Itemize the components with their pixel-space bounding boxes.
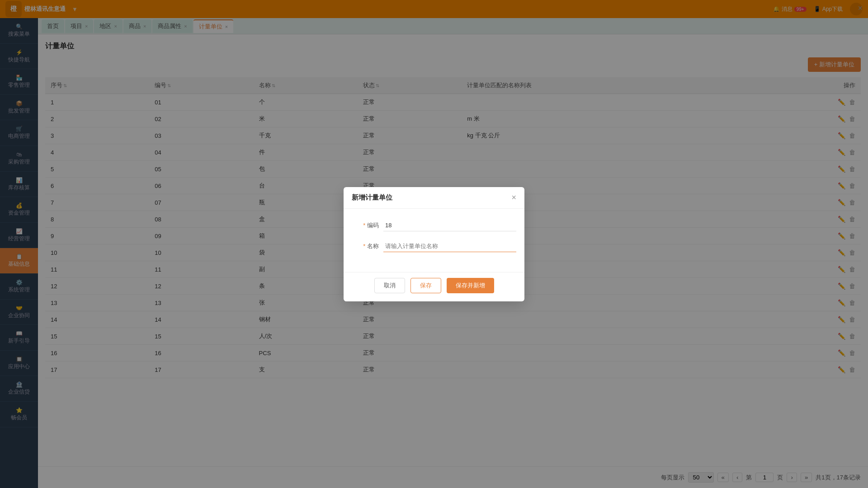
modal-close-btn[interactable]: ×	[511, 193, 516, 202]
modal-add-measure-unit: 新增计量单位 × * 编码 * 名称 取消 保存 保存并新增	[344, 187, 524, 301]
form-label-name: * 名称	[352, 242, 379, 250]
required-mark: *	[363, 222, 365, 229]
save-button[interactable]: 保存	[410, 278, 441, 293]
modal-body: * 编码 * 名称	[344, 209, 524, 272]
form-label-code: * 编码	[352, 221, 379, 230]
modal-header: 新增计量单位 ×	[344, 187, 524, 209]
modal-overlay: 新增计量单位 × * 编码 * 名称 取消 保存 保存并新增	[0, 0, 868, 488]
form-row-name: * 名称	[352, 240, 516, 252]
modal-footer: 取消 保存 保存并新增	[344, 272, 524, 301]
form-row-code: * 编码	[352, 220, 516, 231]
cancel-button[interactable]: 取消	[374, 278, 405, 293]
code-input[interactable]	[383, 220, 516, 231]
required-mark-name: *	[363, 243, 365, 249]
name-input[interactable]	[383, 240, 516, 252]
save-and-new-button[interactable]: 保存并新增	[447, 278, 494, 293]
modal-title: 新增计量单位	[352, 193, 392, 202]
